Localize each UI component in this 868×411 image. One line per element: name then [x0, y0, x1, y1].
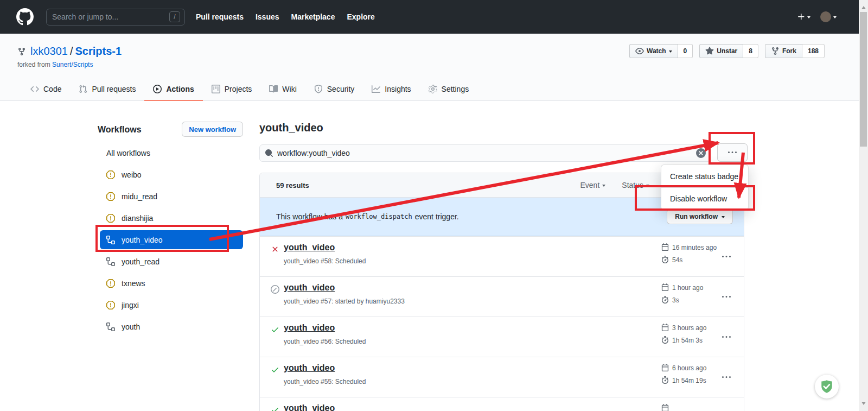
nav-issues[interactable]: Issues — [256, 12, 279, 21]
sidebar-item-youth-video[interactable]: youth_video — [100, 230, 243, 249]
workflow-runs-main: youth_video 59 results Event Status — [259, 118, 744, 134]
tab-projects[interactable]: Projects — [203, 77, 261, 101]
status-success-icon — [271, 365, 279, 374]
sidebar-item-txnews[interactable]: txnews — [95, 273, 243, 294]
unstar-button[interactable]: Unstar — [699, 44, 743, 58]
run-title-link[interactable]: youth_video — [284, 323, 335, 333]
run-options-kebab-icon[interactable] — [722, 252, 731, 261]
calendar-icon — [661, 364, 669, 371]
workflow-run-row[interactable]: youth_video youth_video #55: Scheduled 6… — [260, 357, 744, 397]
tab-code[interactable]: Code — [22, 77, 70, 101]
sidebar-item-label: weibo — [122, 170, 142, 179]
star-count[interactable]: 8 — [743, 44, 758, 58]
scrollbar[interactable] — [859, 0, 868, 411]
calendar-icon — [661, 404, 669, 411]
event-filter-dropdown[interactable]: Event — [580, 181, 605, 189]
menu-item-create-status-badge[interactable]: Create status badge — [661, 165, 748, 187]
runs-filters: Event Status — [580, 181, 649, 189]
global-search[interactable]: / — [46, 9, 185, 26]
nav-marketplace[interactable]: Marketplace — [291, 12, 335, 21]
tab-security[interactable]: Security — [305, 77, 363, 101]
workflow-run-row[interactable]: youth_video youth_video #57: started by … — [260, 276, 744, 317]
watch-count[interactable]: 0 — [678, 44, 693, 58]
repo-owner-link[interactable]: lxk0301 — [30, 45, 68, 57]
repo-name-link[interactable]: Scripts-1 — [75, 45, 122, 57]
sidebar-item-label: youth_read — [122, 257, 159, 266]
sidebar-item-weibo[interactable]: weibo — [95, 164, 243, 186]
status-filter-dropdown[interactable]: Status — [622, 181, 649, 189]
tab-pull-requests[interactable]: Pull requests — [70, 77, 144, 101]
run-time: 1 hour ago — [672, 284, 703, 292]
global-search-input[interactable] — [52, 12, 169, 21]
menu-item-disable-workflow[interactable]: Disable workflow — [661, 187, 748, 210]
adblock-shield-button[interactable] — [815, 375, 839, 399]
workflow-run-row[interactable]: youth_video — [260, 397, 744, 411]
star-group: Unstar 8 — [699, 44, 758, 58]
warning-icon — [106, 170, 115, 179]
sidebar-item-dianshijia[interactable]: dianshijia — [95, 207, 243, 229]
run-title-link[interactable]: youth_video — [284, 243, 335, 252]
github-logo-icon[interactable] — [16, 8, 34, 26]
clear-filter-button[interactable] — [696, 148, 706, 158]
sidebar-item-youth[interactable]: youth — [95, 316, 243, 338]
nav-explore[interactable]: Explore — [347, 12, 374, 21]
workflow-run-row[interactable]: youth_video youth_video #56: Scheduled 3… — [260, 317, 744, 357]
runs-filter-input[interactable] — [259, 144, 711, 162]
run-subtitle: youth_video #56: Scheduled — [284, 338, 366, 345]
scroll-up-arrow-icon[interactable] — [861, 4, 866, 9]
run-duration: 54s — [672, 256, 682, 264]
tab-label: Security — [327, 85, 355, 93]
tab-settings[interactable]: Settings — [420, 77, 478, 101]
sidebar-item-midu-read[interactable]: midu_read — [95, 186, 243, 207]
fork-group: Fork 188 — [765, 44, 825, 58]
scroll-down-arrow-icon[interactable] — [861, 402, 866, 407]
sidebar-item-label: dianshijia — [122, 214, 153, 223]
warning-icon — [106, 214, 115, 223]
run-workflow-button[interactable]: Run workflow — [667, 209, 733, 224]
sidebar-item-jingxi[interactable]: jingxi — [95, 294, 243, 316]
shield-icon — [314, 85, 323, 93]
forked-from-link[interactable]: Sunert/Scripts — [52, 61, 93, 68]
create-new-menu[interactable] — [797, 12, 810, 21]
run-title-link[interactable]: youth_video — [284, 283, 335, 293]
event-filter-label: Event — [580, 181, 599, 189]
play-icon — [153, 85, 162, 93]
user-menu[interactable] — [820, 11, 837, 22]
project-icon — [212, 85, 220, 93]
github-actions-page: / Pull requests Issues Marketplace Explo… — [0, 0, 868, 411]
runs-filter-search — [259, 144, 711, 162]
tab-actions[interactable]: Actions — [144, 77, 202, 101]
run-options-kebab-icon[interactable] — [722, 333, 731, 342]
run-options-kebab-icon[interactable] — [722, 293, 731, 301]
run-title-link[interactable]: youth_video — [284, 363, 335, 373]
scrollbar-thumb[interactable] — [860, 12, 867, 147]
workflow-options-button[interactable] — [717, 143, 748, 162]
nav-pull-requests[interactable]: Pull requests — [196, 12, 244, 21]
sidebar-item-all-workflows[interactable]: All workflows — [95, 142, 243, 164]
fork-count[interactable]: 188 — [802, 44, 825, 58]
chevron-down-icon — [722, 216, 725, 220]
chevron-down-icon — [646, 185, 649, 188]
status-filter-label: Status — [622, 181, 643, 189]
sidebar-item-youth-read[interactable]: youth_read — [95, 251, 243, 273]
run-title-link[interactable]: youth_video — [284, 403, 335, 411]
new-workflow-button[interactable]: New workflow — [182, 122, 243, 137]
run-options-kebab-icon[interactable] — [722, 373, 731, 382]
stopwatch-icon — [661, 296, 669, 303]
workflow-run-row[interactable]: youth_video youth_video #58: Scheduled 1… — [260, 236, 744, 276]
workflow-options-menu: Create status badge Disable workflow — [661, 165, 749, 210]
repo-header: lxk0301/Scripts-1 forked from Sunert/Scr… — [0, 34, 868, 101]
sidebar-item-label: youth_video — [122, 236, 163, 244]
warning-icon — [106, 279, 115, 288]
repo-action-buttons: Watch 0 Unstar 8 Fork 188 — [629, 44, 825, 58]
tab-wiki[interactable]: Wiki — [260, 77, 305, 101]
tab-insights[interactable]: Insights — [363, 77, 419, 101]
watch-button[interactable]: Watch — [629, 44, 678, 58]
fork-button[interactable]: Fork — [765, 44, 802, 58]
pull-request-icon — [79, 85, 87, 93]
tab-label: Code — [43, 85, 61, 93]
forked-from-text: forked from — [17, 61, 52, 68]
sidebar-title: Workflows — [98, 125, 142, 135]
book-icon — [269, 85, 278, 93]
banner-code: workflow_dispatch — [343, 213, 415, 220]
